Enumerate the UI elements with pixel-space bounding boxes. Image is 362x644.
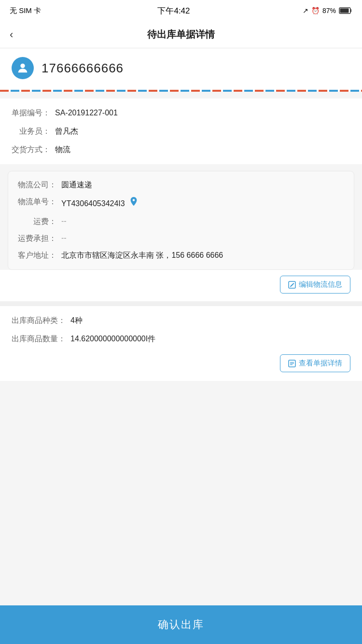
freight-label: 运费： (18, 217, 56, 227)
logistics-company-row: 物流公司： 圆通速递 (18, 180, 344, 190)
goods-quantity-label: 出库商品数量： (12, 333, 66, 345)
logistics-card: 物流公司： 圆通速递 物流单号： YT43064053424I3 运费： -- … (8, 171, 354, 270)
edit-logistics-label: 编辑物流信息 (299, 280, 342, 289)
back-button[interactable]: ‹ (6, 25, 17, 45)
address-row: 客户地址： 北京市市辖区海淀区永丰南 张，156 6666 6666 (18, 251, 344, 261)
salesperson-label: 业务员： (12, 126, 50, 137)
document-number-row: 单据编号： SA-20191227-001 (12, 107, 350, 119)
goods-quantity-value: 14.620000000000000I件 (70, 333, 350, 345)
freight-bearer-label: 运费承担： (18, 234, 56, 244)
edit-icon (288, 281, 296, 289)
status-bar: 无 SIM 卡 下午4:42 ↗ ⏰ 87% (0, 0, 362, 21)
carrier-text: 无 SIM 卡 (10, 6, 41, 15)
tracking-location-icon[interactable] (129, 197, 139, 210)
page-title: 待出库单据详情 (147, 28, 215, 41)
edit-logistics-button[interactable]: 编辑物流信息 (280, 276, 350, 294)
freight-bearer-value: -- (61, 234, 344, 242)
svg-point-2 (20, 64, 25, 68)
freight-bearer-row: 运费承担： -- (18, 234, 344, 244)
delivery-method-label: 交货方式： (12, 144, 50, 155)
status-time: 下午4:42 (157, 5, 190, 16)
section-divider (0, 301, 362, 306)
confirm-button[interactable]: 确认出库 (158, 617, 204, 632)
status-left: 无 SIM 卡 (10, 6, 45, 15)
dashed-divider (0, 88, 362, 92)
bottom-bar: 确认出库 (0, 605, 362, 644)
svg-rect-1 (340, 9, 348, 13)
goods-type-label: 出库商品种类： (12, 315, 66, 326)
address-label: 客户地址： (18, 251, 56, 261)
salesperson-row: 业务员： 曾凡杰 (12, 126, 350, 137)
battery-text: 87% (322, 7, 336, 14)
content: 17666666666 单据编号： SA-20191227-001 业务员： 曾… (0, 48, 362, 526)
view-btn-row: 查看单据详情 (0, 350, 362, 381)
alarm-icon: ⏰ (311, 7, 320, 14)
view-detail-label: 查看单据详情 (299, 359, 342, 368)
spacer (0, 381, 362, 477)
customer-phone: 17666666666 (42, 61, 124, 76)
logistics-company-label: 物流公司： (18, 180, 56, 190)
view-detail-button[interactable]: 查看单据详情 (280, 354, 350, 372)
user-icon (16, 61, 29, 75)
document-number-label: 单据编号： (12, 107, 50, 119)
address-value: 北京市市辖区海淀区永丰南 张，156 6666 6666 (61, 251, 344, 261)
freight-row: 运费： -- (18, 217, 344, 227)
delivery-method-row: 交货方式： 物流 (12, 144, 350, 155)
goods-quantity-row: 出库商品数量： 14.620000000000000I件 (12, 333, 350, 345)
logistics-company-value: 圆通速递 (61, 180, 344, 190)
order-info-section: 单据编号： SA-20191227-001 业务员： 曾凡杰 交货方式： 物流 (0, 98, 362, 164)
freight-value: -- (61, 217, 344, 225)
tracking-number-value: YT43064053424I3 (61, 197, 344, 210)
tracking-number-row: 物流单号： YT43064053424I3 (18, 197, 344, 210)
document-icon (288, 360, 296, 367)
battery-icon (339, 7, 352, 14)
nav-bar: ‹ 待出库单据详情 (0, 21, 362, 48)
salesperson-value: 曾凡杰 (55, 126, 350, 137)
avatar (12, 57, 34, 79)
document-number-value: SA-20191227-001 (55, 107, 350, 119)
edit-btn-row: 编辑物流信息 (0, 270, 362, 301)
tracking-number-label: 物流单号： (18, 197, 56, 207)
status-right: ↗ ⏰ 87% (303, 7, 352, 14)
goods-type-row: 出库商品种类： 4种 (12, 315, 350, 326)
goods-section: 出库商品种类： 4种 出库商品数量： 14.620000000000000I件 (0, 306, 362, 350)
goods-type-value: 4种 (70, 315, 350, 326)
location-status-icon: ↗ (303, 7, 308, 14)
customer-section: 17666666666 (0, 48, 362, 88)
delivery-method-value: 物流 (55, 144, 350, 155)
